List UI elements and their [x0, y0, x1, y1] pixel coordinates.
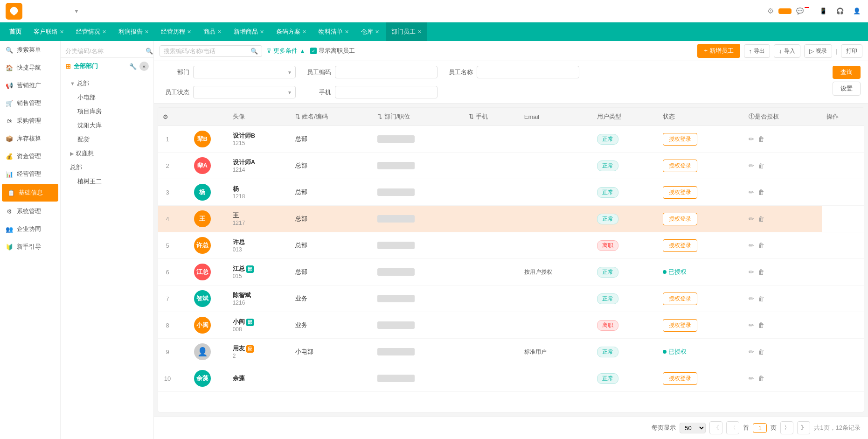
col-phone[interactable]: ⇅ 手机 — [464, 108, 520, 126]
col-settings[interactable]: ⚙ — [158, 108, 177, 126]
view-button[interactable]: ▷ 视录 — [804, 44, 832, 58]
sidebar-item-purchase[interactable]: 🛍 采购管理 — [0, 112, 60, 130]
prev-page-btn[interactable]: 〈 — [726, 421, 739, 434]
nav-bom[interactable]: 物料清单 ✕ — [313, 22, 354, 41]
emp-status-select[interactable] — [193, 86, 296, 98]
dept-item-hq[interactable]: 总部 — [64, 160, 153, 174]
sidebar-item-sales[interactable]: 🛒 销售管理 — [0, 94, 60, 112]
phone-input[interactable] — [335, 86, 437, 98]
nav-profit[interactable]: 利润报告 ✕ — [113, 22, 154, 41]
auth-login-button[interactable]: 授权登录 — [663, 186, 697, 199]
delete-icon[interactable]: 🗑 — [758, 242, 764, 249]
edit-icon[interactable]: ✏ — [749, 162, 754, 169]
current-page[interactable]: 1 — [753, 423, 767, 433]
auth-login-button[interactable]: 授权登录 — [663, 239, 697, 252]
close-icon[interactable]: ✕ — [145, 29, 149, 35]
auth-login-button[interactable]: 授权登录 — [663, 213, 697, 225]
per-page-select[interactable]: 50 100 — [680, 423, 706, 433]
trial-button[interactable] — [778, 8, 792, 14]
user-avatar[interactable]: 👤 — [853, 7, 862, 14]
close-icon[interactable]: ✕ — [345, 29, 349, 35]
dept-search-input[interactable] — [65, 48, 144, 55]
delete-icon[interactable]: 🗑 — [758, 162, 764, 169]
edit-icon[interactable]: ✏ — [749, 268, 754, 276]
edit-icon[interactable]: ✏ — [749, 295, 754, 302]
edit-icon[interactable]: ✏ — [749, 321, 754, 329]
dept-item-plantking[interactable]: 植树王二 — [72, 174, 153, 188]
print-button[interactable]: 打印 — [841, 44, 862, 58]
sidebar-item-management[interactable]: 📊 经营管理 — [0, 165, 60, 183]
nav-history[interactable]: 经营历程 ✕ — [155, 22, 197, 41]
dept-item-shenyang[interactable]: 沈阳大库 — [72, 118, 153, 132]
close-icon[interactable]: ✕ — [260, 29, 264, 35]
col-name[interactable]: ⇅ 姓名/编码 — [291, 108, 373, 126]
nav-barcode[interactable]: 条码方案 ✕ — [271, 22, 312, 41]
col-dept[interactable]: ⇅ 部门/职位 — [373, 108, 464, 126]
delete-icon[interactable]: 🗑 — [758, 295, 764, 302]
delete-icon[interactable]: 🗑 — [758, 135, 764, 143]
more-filter-btn[interactable]: ⊽ 更多条件 ▲ — [267, 47, 306, 55]
close-icon[interactable]: ✕ — [375, 29, 379, 35]
delete-icon[interactable]: 🗑 — [758, 215, 764, 223]
edit-icon[interactable]: ✏ — [749, 188, 754, 196]
auth-login-button[interactable]: 授权登录 — [663, 372, 697, 385]
delete-icon[interactable]: 🗑 — [758, 348, 764, 355]
set-button[interactable]: 设置 — [833, 82, 861, 96]
edit-icon[interactable]: ✏ — [749, 135, 754, 143]
nav-customer[interactable]: 客户联络 ✕ — [28, 22, 69, 41]
edit-icon[interactable]: ✏ — [749, 242, 754, 249]
nav-warehouse[interactable]: 仓库 ✕ — [355, 22, 385, 41]
app-download-btn[interactable]: 📱 — [819, 7, 829, 14]
delete-icon[interactable]: 🗑 — [758, 321, 764, 329]
dept-item-project[interactable]: 项目库房 — [72, 105, 153, 118]
delete-icon[interactable]: 🗑 — [758, 188, 764, 196]
close-icon[interactable]: ✕ — [60, 29, 64, 35]
sidebar-item-marketing[interactable]: 📢 营销推广 — [0, 77, 60, 94]
sidebar-item-guide[interactable]: 🔰 新手引导 — [0, 238, 60, 256]
search-input[interactable] — [164, 48, 248, 55]
import-button[interactable]: ↓ 导入 — [774, 44, 800, 58]
dept-item-shuanglu[interactable]: ▶ 双鹿想 — [64, 146, 153, 160]
nav-operation[interactable]: 经营情况 ✕ — [70, 22, 112, 41]
sidebar-item-system[interactable]: ⚙ 系统管理 — [0, 202, 60, 220]
auth-login-button[interactable]: 授权登录 — [663, 160, 697, 172]
auth-login-button[interactable]: 授权登录 — [663, 133, 697, 146]
edit-dept-icon[interactable]: 🔧 — [129, 63, 137, 70]
close-icon[interactable]: ✕ — [417, 29, 422, 35]
nav-product[interactable]: 商品 ✕ — [198, 22, 227, 41]
export-button[interactable]: ↑ 导出 — [744, 44, 771, 58]
add-employee-button[interactable]: + 新增员工 — [697, 44, 740, 58]
emp-name-input[interactable] — [477, 66, 579, 78]
sidebar-item-nav[interactable]: 🏠 快捷导航 — [0, 59, 60, 77]
delete-icon[interactable]: 🗑 — [758, 268, 764, 276]
sidebar-item-inventory[interactable]: 📦 库存核算 — [0, 130, 60, 147]
nav-employee[interactable]: 部门员工 ✕ — [386, 22, 427, 41]
close-icon[interactable]: ✕ — [302, 29, 306, 35]
emp-code-input[interactable] — [335, 66, 437, 78]
close-icon[interactable]: ✕ — [102, 29, 106, 35]
nav-home[interactable]: 首页 — [4, 22, 27, 41]
sidebar-item-finance[interactable]: 💰 资金管理 — [0, 147, 60, 165]
edit-icon[interactable]: ✏ — [749, 348, 754, 355]
close-icon[interactable]: ✕ — [217, 29, 222, 35]
search-button[interactable]: 查询 — [833, 66, 861, 79]
sidebar-item-search[interactable]: 🔍 搜索菜单 — [0, 41, 60, 59]
sidebar-item-collab[interactable]: 👥 企业协同 — [0, 220, 60, 238]
message-btn[interactable]: 💬 — [796, 7, 812, 14]
auth-login-button[interactable]: 授权登录 — [663, 319, 697, 332]
dept-item-xdb[interactable]: 小电部 — [72, 91, 153, 105]
dept-item-distribution[interactable]: 配货 — [72, 132, 153, 146]
edit-icon[interactable]: ✏ — [749, 375, 754, 382]
all-dept-label[interactable]: 全部部门 — [74, 62, 98, 70]
collapse-btn[interactable]: « — [139, 62, 149, 71]
last-page-btn[interactable]: 》 — [797, 421, 810, 434]
edit-icon[interactable]: ✏ — [749, 215, 754, 223]
service-btn[interactable]: 🎧 — [836, 7, 846, 14]
sidebar-item-basic[interactable]: 📋 基础信息 — [2, 184, 58, 202]
close-icon[interactable]: ✕ — [187, 29, 191, 35]
auth-login-button[interactable]: 授权登录 — [663, 293, 697, 305]
dept-item-general[interactable]: ▼ 总部 — [64, 77, 153, 91]
show-resigned-checkbox[interactable]: 显示离职员工 — [310, 47, 355, 55]
nav-add-product[interactable]: 新增商品 ✕ — [228, 22, 270, 41]
dropdown-arrow[interactable]: ▼ — [74, 8, 79, 14]
